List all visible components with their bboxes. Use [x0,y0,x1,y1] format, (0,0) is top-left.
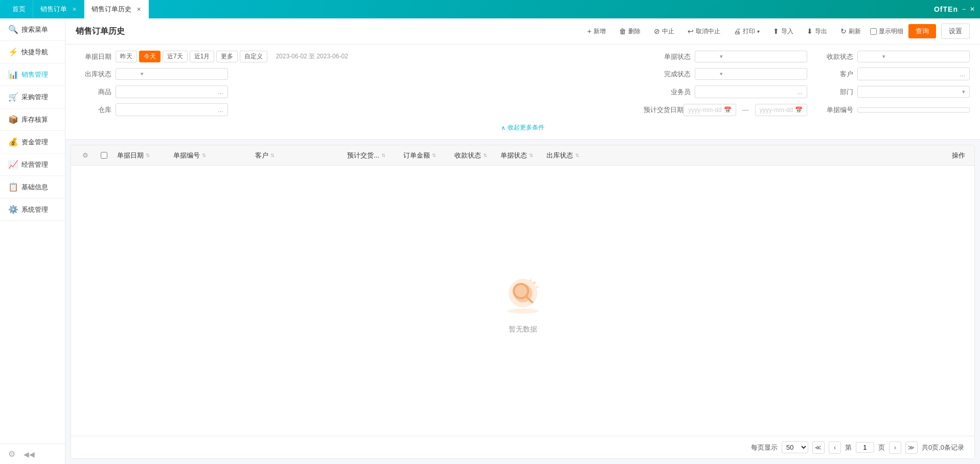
import-label: 导入 [781,27,793,36]
dept-arrow-icon: ▾ [962,89,965,95]
filter-complete-status-arrow-icon: ▾ [720,71,723,77]
import-icon: ⬆ [773,27,779,35]
display-toggle-checkbox[interactable] [870,28,877,35]
product-ellipsis-icon: ... [218,88,223,96]
col-header-delivery-date[interactable]: 预计交货... ⇅ [343,151,399,160]
delete-button[interactable]: 🗑 删除 [615,25,645,38]
sidebar-item-quick-nav[interactable]: ⚡ 快捷导航 [0,41,65,63]
page-number-input[interactable] [856,442,874,453]
import-button[interactable]: ⬆ 导入 [769,25,797,38]
filter-complete-status-item: 完成状态 ▾ [655,68,807,80]
table-settings-icon[interactable]: ⚙ [76,151,95,159]
sidebar-collapse-icon[interactable]: ◀◀ [24,450,35,458]
sidebar-item-capital-mgmt[interactable]: 💰 资金管理 [0,131,65,153]
cancel-stop-button[interactable]: ↩ 取消中止 [683,25,724,38]
col-doc-status-sort-icon: ⇅ [529,152,533,158]
table-select-all-checkbox[interactable] [95,152,113,159]
filter-complete-status-select[interactable]: ▾ [695,68,807,80]
page-next-btn[interactable]: › [889,441,901,454]
filter-dept-item: 部门 ▾ [817,86,970,98]
col-header-receipt-status[interactable]: 收款状态 ⇅ [450,151,496,160]
filter-row-3: 商品 ... 业务员 ... 部门 ▾ [76,85,970,98]
quick-nav-icon: ⚡ [8,47,17,57]
sidebar-item-operations-mgmt-label: 经营管理 [21,160,48,169]
filter-receipt-status-label: 收款状态 [817,52,853,61]
page-next-icon: › [894,444,896,451]
print-button[interactable]: 🖨 打印 ▾ [730,25,764,38]
new-button[interactable]: + 新增 [583,25,610,38]
svg-point-5 [533,281,536,284]
filter-customer-label: 客户 [817,70,853,79]
salesperson-ellipsis-icon: ... [797,88,803,96]
sidebar-item-inventory-calc[interactable]: 📦 库存核算 [0,108,65,131]
tab-sales-order-history[interactable]: 销售订单历史 ✕ [84,0,149,18]
inventory-calc-icon: 📦 [8,115,17,124]
per-page-select[interactable]: 50 10 20 100 [782,441,808,453]
filter-out-status-select[interactable]: ▾ [116,68,228,80]
select-all-input[interactable] [101,152,107,159]
sidebar-item-search-menu[interactable]: 🔍 搜索菜单 [0,18,65,41]
date-btn-today[interactable]: 今天 [139,51,161,62]
filter-warehouse-input[interactable]: ... [116,103,228,116]
tab-home[interactable]: 首页 [5,0,33,18]
top-bar-right: OfTEn − ✕ [934,5,975,13]
filter-product-item: 商品 ... [76,85,228,98]
empty-state: 暂无数据 [71,166,974,436]
filter-docno-item: 单据编号 [817,105,970,115]
date-btn-yesterday[interactable]: 昨天 [116,51,137,62]
filter-warehouse-label: 仓库 [76,105,111,115]
date-btn-custom[interactable]: 自定义 [240,51,267,62]
page-prev-btn[interactable]: ‹ [829,441,841,454]
filter-docno-input[interactable] [857,107,970,113]
sidebar-bottom: ⚙ ◀◀ [0,444,65,464]
col-header-customer[interactable]: 客户 ⇅ [251,151,343,160]
sidebar-item-purchase-mgmt[interactable]: 🛒 采购管理 [0,86,65,108]
col-header-doc-no[interactable]: 单据编号 ⇅ [169,151,251,160]
filter-delivery-date-to[interactable]: yyyy-mm-dd 📅 [755,104,807,116]
filter-row-4: 仓库 ... 预计交货日期 yyyy-mm-dd 📅 — yyyy-mm-dd … [76,103,970,116]
col-delivery-date-sort-icon: ⇅ [381,152,385,158]
col-header-doc-status[interactable]: 单据状态 ⇅ [496,151,542,160]
filter-receipt-status-select[interactable]: ▾ [857,51,970,62]
sidebar: 🔍 搜索菜单 ⚡ 快捷导航 📊 销售管理 🛒 采购管理 📦 库存核算 💰 资金管… [0,18,65,464]
col-header-actions: 操作 [948,151,969,160]
query-button[interactable]: 查询 [908,24,936,38]
filter-delivery-date-from[interactable]: yyyy-mm-dd 📅 [683,104,736,116]
filter-product-input[interactable]: ... [116,85,228,98]
filter-customer-item: 客户 ... [817,68,970,80]
tab-sales-order-close[interactable]: ✕ [72,6,77,13]
window-close-btn[interactable]: ✕ [970,6,975,13]
settings-button[interactable]: 设置 [941,24,970,39]
page-first-btn[interactable]: ≪ [812,441,825,454]
tab-sales-order[interactable]: 销售订单 ✕ [33,0,84,18]
sidebar-item-system-mgmt-label: 系统管理 [21,205,48,214]
tab-sales-order-history-close[interactable]: ✕ [136,6,141,13]
sidebar-settings-icon[interactable]: ⚙ [8,449,15,459]
cancel-stop-label: 取消中止 [696,27,720,36]
page-last-btn[interactable]: ≫ [905,441,918,454]
col-header-doc-date[interactable]: 单据日期 ⇅ [113,151,169,160]
window-minimize-btn[interactable]: − [962,6,966,13]
date-btn-more[interactable]: 更多 [216,51,238,62]
date-btn-last7[interactable]: 近7天 [163,51,188,62]
filter-customer-input[interactable]: ... [857,68,970,80]
sidebar-item-system-mgmt[interactable]: ⚙️ 系统管理 [0,198,65,221]
col-header-order-amount[interactable]: 订单金额 ⇅ [399,151,450,160]
filter-collapse-btn[interactable]: ∧ 收起更多条件 [76,121,970,136]
filter-salesperson-input[interactable]: ... [695,85,807,98]
filter-salesperson-label: 业务员 [655,87,691,97]
export-button[interactable]: ⬇ 导出 [803,25,831,38]
stop-button[interactable]: ⊘ 中止 [650,25,678,38]
filter-dept-select[interactable]: ▾ [857,86,970,98]
sidebar-item-basic-info[interactable]: 📋 基础信息 [0,176,65,198]
sidebar-item-sales-mgmt[interactable]: 📊 销售管理 [0,63,65,86]
filter-doc-status-select[interactable]: ▾ [695,51,807,62]
refresh-button[interactable]: ↻ 刷新 [836,25,865,38]
col-doc-status-label: 单据状态 [500,151,527,160]
date-btn-last1m[interactable]: 近1月 [190,51,215,62]
page-last-icon: ≫ [908,444,915,451]
tab-home-label: 首页 [12,5,26,14]
sidebar-item-operations-mgmt[interactable]: 📈 经营管理 [0,153,65,176]
filter-complete-status-label: 完成状态 [655,70,691,79]
col-header-out-status[interactable]: 出库状态 ⇅ [542,151,588,160]
